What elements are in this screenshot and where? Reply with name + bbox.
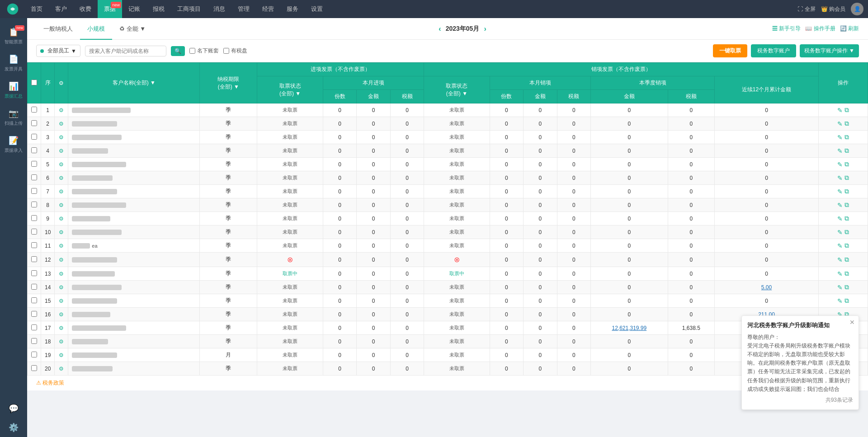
edit-icon[interactable]: ✎ bbox=[837, 242, 843, 249]
row-settings-icon[interactable]: ⚙ bbox=[59, 284, 64, 291]
row-checkbox[interactable] bbox=[31, 365, 37, 371]
row-checkbox[interactable] bbox=[31, 202, 37, 207]
manual-btn[interactable]: 📖 操作手册 bbox=[805, 25, 835, 33]
season-amount-link[interactable]: 12,621,319.99 bbox=[612, 325, 646, 331]
row-checkbox[interactable] bbox=[31, 270, 37, 276]
row-checkbox[interactable] bbox=[31, 134, 37, 140]
nav-invoice[interactable]: 票据 new bbox=[98, 0, 122, 18]
row-checkbox[interactable] bbox=[31, 161, 37, 167]
row-settings-icon[interactable]: ⚙ bbox=[59, 175, 64, 181]
row-settings-icon[interactable]: ⚙ bbox=[59, 229, 64, 235]
row-settings-icon[interactable]: ⚙ bbox=[59, 188, 64, 195]
copy-icon[interactable]: ⧉ bbox=[844, 133, 849, 141]
nav-bookkeeping[interactable]: 记账 bbox=[122, 0, 146, 18]
edit-icon[interactable]: ✎ bbox=[837, 107, 843, 114]
copy-icon[interactable]: ⧉ bbox=[844, 201, 849, 209]
fullscreen-btn[interactable]: ⛶ 全屏 bbox=[797, 5, 815, 13]
row-settings-icon[interactable]: ⚙ bbox=[59, 311, 64, 318]
sidebar-item-message[interactable]: 💬 bbox=[0, 399, 27, 418]
row-settings-icon[interactable]: ⚙ bbox=[59, 338, 64, 345]
row-checkbox[interactable] bbox=[31, 147, 37, 153]
sidebar-item-invoice-summary[interactable]: 📊 票据汇总 bbox=[0, 77, 27, 104]
one-click-ticket-btn[interactable]: 一键取票 bbox=[713, 44, 747, 57]
row-checkbox[interactable] bbox=[31, 107, 37, 113]
select-all-checkbox[interactable] bbox=[31, 80, 37, 85]
refresh-btn[interactable]: 🔄 刷新 bbox=[840, 25, 859, 33]
sidebar-item-record[interactable]: 📝 票据录入 bbox=[0, 131, 27, 158]
copy-icon[interactable]: ⧉ bbox=[844, 120, 849, 127]
row-settings-icon[interactable]: ⚙ bbox=[59, 107, 64, 113]
row-checkbox[interactable] bbox=[31, 297, 37, 303]
user-avatar[interactable]: 👤 bbox=[851, 3, 863, 15]
nav-business[interactable]: 工商项目 bbox=[171, 0, 207, 18]
period-prev-btn[interactable]: ‹ bbox=[439, 25, 441, 33]
guide-btn[interactable]: ☰ 新手引导 bbox=[772, 25, 801, 33]
row-settings-icon[interactable]: ⚙ bbox=[59, 148, 64, 154]
nav-home[interactable]: 首页 bbox=[24, 0, 49, 18]
row-settings-icon[interactable]: ⚙ bbox=[59, 216, 64, 222]
copy-icon[interactable]: ⧉ bbox=[844, 160, 849, 168]
row-settings-icon[interactable]: ⚙ bbox=[59, 298, 64, 304]
copy-icon[interactable]: ⧉ bbox=[844, 242, 849, 249]
checkbox-taxpad-input[interactable] bbox=[223, 48, 229, 54]
copy-icon[interactable]: ⧉ bbox=[844, 106, 849, 114]
tab-small-scale[interactable]: 小规模 bbox=[80, 18, 112, 40]
row-settings-icon[interactable]: ⚙ bbox=[59, 352, 64, 358]
edit-icon[interactable]: ✎ bbox=[837, 202, 843, 209]
edit-icon[interactable]: ✎ bbox=[837, 120, 843, 127]
tax-policy-link[interactable]: ⚠ 税务政策 bbox=[36, 379, 64, 387]
sidebar-item-invoice-issue[interactable]: 📄 发票开具 bbox=[0, 50, 27, 77]
row-checkbox[interactable] bbox=[31, 324, 37, 330]
tab-general-taxpayer[interactable]: 一般纳税人 bbox=[36, 18, 80, 40]
row-settings-icon[interactable]: ⚙ bbox=[59, 243, 64, 249]
copy-icon[interactable]: ⧉ bbox=[844, 256, 849, 263]
copy-icon[interactable]: ⧉ bbox=[844, 174, 849, 182]
nav-customer[interactable]: 客户 bbox=[49, 0, 73, 18]
copy-icon[interactable]: ⧉ bbox=[844, 270, 849, 277]
trailing12-link[interactable]: 5.00 bbox=[761, 284, 772, 291]
copy-icon[interactable]: ⧉ bbox=[844, 228, 849, 236]
edit-icon[interactable]: ✎ bbox=[837, 147, 843, 155]
row-checkbox[interactable] bbox=[31, 338, 37, 344]
copy-icon[interactable]: ⧉ bbox=[844, 283, 849, 291]
edit-icon[interactable]: ✎ bbox=[837, 161, 843, 168]
row-checkbox[interactable] bbox=[31, 256, 37, 262]
th-tax-period[interactable]: 纳税期限(全部) ▼ bbox=[200, 63, 257, 103]
checkbox-taxpad[interactable]: 有税盘 bbox=[223, 47, 247, 55]
row-settings-icon[interactable]: ⚙ bbox=[59, 257, 64, 263]
row-checkbox[interactable] bbox=[31, 120, 37, 126]
search-button[interactable]: 🔍 bbox=[171, 46, 185, 56]
tax-digital-account-btn[interactable]: 税务数字账户 bbox=[751, 44, 796, 57]
tab-omnipotent[interactable]: ♻ 全能 ▼ bbox=[112, 18, 153, 40]
sidebar-item-ticket[interactable]: 📋 智能票票 new bbox=[0, 23, 27, 50]
edit-icon[interactable]: ✎ bbox=[837, 215, 843, 222]
edit-icon[interactable]: ✎ bbox=[837, 284, 843, 291]
row-checkbox[interactable] bbox=[31, 229, 37, 235]
vip-btn[interactable]: 👑 购会员 bbox=[821, 5, 845, 13]
nav-fee[interactable]: 收费 bbox=[73, 0, 98, 18]
th-output-status[interactable]: 取票状态(全部) ▼ bbox=[424, 76, 490, 103]
copy-icon[interactable]: ⧉ bbox=[844, 297, 849, 305]
staff-select[interactable]: 全部员工 ▼ bbox=[36, 45, 80, 57]
sidebar-item-settings[interactable]: ⚙️ bbox=[0, 418, 27, 437]
copy-icon[interactable]: ⧉ bbox=[844, 147, 849, 155]
nav-manage[interactable]: 管理 bbox=[231, 0, 256, 18]
row-settings-icon[interactable]: ⚙ bbox=[59, 366, 64, 372]
row-settings-icon[interactable]: ⚙ bbox=[59, 161, 64, 168]
th-client-name[interactable]: 客户名称(全部) ▼ bbox=[68, 63, 200, 103]
copy-icon[interactable]: ⧉ bbox=[844, 188, 849, 195]
row-checkbox[interactable] bbox=[31, 188, 37, 194]
row-settings-icon[interactable]: ⚙ bbox=[59, 134, 64, 141]
edit-icon[interactable]: ✎ bbox=[837, 256, 843, 263]
row-checkbox[interactable] bbox=[31, 352, 37, 357]
nav-service[interactable]: 服务 bbox=[280, 0, 305, 18]
sidebar-item-scan[interactable]: 📷 扫描上传 bbox=[0, 104, 27, 131]
row-checkbox[interactable] bbox=[31, 174, 37, 180]
edit-icon[interactable]: ✎ bbox=[837, 229, 843, 236]
row-settings-icon[interactable]: ⚙ bbox=[59, 202, 64, 208]
search-input[interactable] bbox=[85, 46, 166, 56]
nav-operation[interactable]: 经营 bbox=[256, 0, 280, 18]
nav-settings[interactable]: 设置 bbox=[305, 0, 329, 18]
th-input-status[interactable]: 取票状态(全部) ▼ bbox=[257, 76, 323, 103]
row-settings-icon[interactable]: ⚙ bbox=[59, 121, 64, 127]
